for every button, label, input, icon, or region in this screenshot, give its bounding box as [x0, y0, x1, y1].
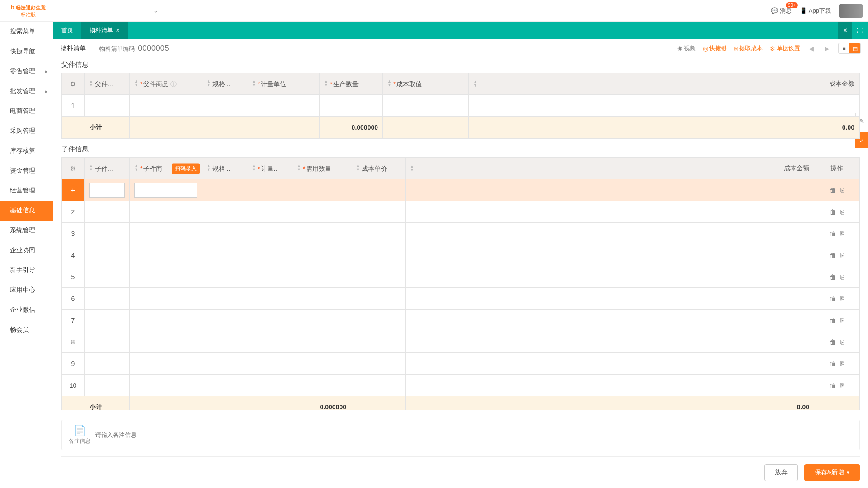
child-row-2[interactable]: 2🗑⎘	[62, 201, 859, 223]
col-parent-product[interactable]: ▲▼*父件商品 ⓘ	[130, 73, 202, 95]
copy-row-icon[interactable]: ⎘	[840, 360, 844, 367]
app-download-button[interactable]: 📱App下载	[800, 7, 831, 15]
view-toggle: ≡ ▤	[838, 43, 861, 54]
remark-input[interactable]	[91, 428, 853, 442]
tab-bom[interactable]: 物料清单✕	[81, 22, 128, 39]
delete-row-icon[interactable]: 🗑	[830, 273, 836, 281]
bom-code: 物料清单编码 0000005	[99, 44, 170, 53]
parent-subtotal: 小计 0.000000 0.00	[62, 117, 859, 138]
copy-row-icon[interactable]: ⎘	[840, 273, 844, 281]
close-icon[interactable]: ✕	[116, 28, 120, 33]
delete-row-icon[interactable]: 🗑	[830, 338, 836, 346]
child-row-10[interactable]: 10🗑⎘	[62, 375, 859, 396]
col-parent-qty[interactable]: ▲▼*生产数量	[320, 73, 383, 95]
copy-row-icon[interactable]: ⎘	[840, 317, 844, 324]
col-parent-costamt[interactable]: ▲▼成本金额	[469, 73, 859, 95]
parent-row-1[interactable]: 1	[62, 95, 859, 117]
col-child-code[interactable]: ▲▼子件...	[85, 158, 130, 179]
shortcut-link[interactable]: ◎ 快捷键	[703, 44, 727, 52]
copy-row-icon[interactable]: ⎘	[840, 230, 844, 237]
scan-input-tag[interactable]: 扫码录入	[172, 163, 200, 174]
col-child-amt[interactable]: ▲▼成本金额	[406, 158, 814, 179]
messages-button[interactable]: 💬消息	[771, 7, 792, 15]
bill-settings-link[interactable]: ⚙ 单据设置	[770, 44, 800, 52]
sidebar-item-6[interactable]: 库存核算	[0, 141, 53, 161]
delete-row-icon[interactable]: 🗑	[830, 295, 836, 302]
sidebar-item-15[interactable]: 畅会员	[0, 320, 53, 340]
child-code-input[interactable]	[89, 183, 125, 198]
sidebar-item-4[interactable]: 电商管理	[0, 101, 53, 121]
main-area: 物料清单 物料清单编码 0000005 ◉ 视频 ◎ 快捷键 ⎘ 提取成本 ⚙ …	[53, 39, 868, 488]
child-row-8[interactable]: 8🗑⎘	[62, 331, 859, 353]
copy-row-icon[interactable]: ⎘	[840, 382, 844, 389]
delete-row-icon[interactable]: 🗑	[830, 208, 836, 216]
copy-row-icon[interactable]: ⎘	[840, 187, 844, 194]
delete-row-icon[interactable]: 🗑	[830, 317, 836, 324]
phone-icon: 📱	[800, 7, 807, 14]
child-row-6[interactable]: 6🗑⎘	[62, 288, 859, 310]
sidebar-item-0[interactable]: 搜索菜单	[0, 22, 53, 42]
view-list-icon[interactable]: ≡	[839, 43, 849, 53]
child-product-input[interactable]	[134, 183, 197, 198]
next-page[interactable]: ▶	[823, 45, 831, 52]
col-child-qty[interactable]: ▲▼*需用数量	[292, 158, 351, 179]
col-parent-unit[interactable]: ▲▼*计量单位	[247, 73, 320, 95]
subtab-bom[interactable]: 物料清单	[61, 44, 86, 52]
remark-icon: 📄 备注信息	[68, 425, 91, 445]
fullscreen-icon[interactable]: ⛶	[853, 22, 866, 39]
close-all-tabs[interactable]: ✕	[838, 22, 852, 39]
sidebar-item-7[interactable]: 资金管理	[0, 161, 53, 181]
discard-button[interactable]: 放弃	[764, 464, 798, 481]
sidebar-item-9[interactable]: 基础信息	[0, 201, 53, 221]
delete-row-icon[interactable]: 🗑	[830, 252, 836, 259]
child-row-4[interactable]: 4🗑⎘	[62, 244, 859, 266]
child-row-3[interactable]: 3🗑⎘	[62, 223, 859, 244]
col-parent-costsrc[interactable]: ▲▼*成本取值	[383, 73, 469, 95]
copy-row-icon[interactable]: ⎘	[840, 338, 844, 346]
remark-bar: 📄 备注信息	[61, 420, 860, 450]
sidebar-item-5[interactable]: 采购管理	[0, 121, 53, 141]
workspace-selector[interactable]: ⌄	[59, 7, 158, 15]
delete-row-icon[interactable]: 🗑	[830, 187, 836, 194]
sidebar-item-11[interactable]: 企业协同	[0, 240, 53, 260]
user-avatar[interactable]	[839, 4, 863, 18]
chevron-down-icon: ▾	[847, 469, 849, 475]
tab-strip: 首页 物料清单✕ ✕ ⛶	[0, 22, 868, 39]
sidebar-item-3[interactable]: 批发管理	[0, 81, 53, 101]
col-child-product[interactable]: ▲▼*子件商扫码录入	[130, 158, 202, 179]
child-row-1[interactable]: + 🗑⎘	[62, 179, 859, 201]
delete-row-icon[interactable]: 🗑	[830, 382, 836, 389]
col-child-unit[interactable]: ▲▼*计量...	[247, 158, 292, 179]
footer-actions: 放弃 保存&新增▾	[61, 456, 860, 488]
video-link[interactable]: ◉ 视频	[677, 44, 696, 52]
tab-home[interactable]: 首页	[53, 22, 81, 39]
copy-row-icon[interactable]: ⎘	[840, 252, 844, 259]
gear-icon[interactable]: ⚙	[62, 73, 85, 95]
delete-row-icon[interactable]: 🗑	[830, 230, 836, 237]
save-and-new-button[interactable]: 保存&新增▾	[804, 464, 860, 481]
col-parent-code[interactable]: ▲▼父件...	[85, 73, 130, 95]
extract-cost-link[interactable]: ⎘ 提取成本	[734, 44, 763, 52]
delete-row-icon[interactable]: 🗑	[830, 360, 836, 367]
sidebar-item-2[interactable]: 零售管理	[0, 61, 53, 81]
view-detail-icon[interactable]: ▤	[849, 43, 860, 53]
prev-page[interactable]: ◀	[807, 45, 816, 52]
sidebar-item-12[interactable]: 新手引导	[0, 260, 53, 280]
sidebar-item-13[interactable]: 应用中心	[0, 280, 53, 300]
sidebar-item-8[interactable]: 经营管理	[0, 181, 53, 201]
child-row-7[interactable]: 7🗑⎘	[62, 310, 859, 331]
copy-row-icon[interactable]: ⎘	[840, 208, 844, 216]
gear-icon[interactable]: ⚙	[62, 158, 85, 179]
col-child-spec[interactable]: ▲▼规格...	[202, 158, 247, 179]
col-parent-spec[interactable]: ▲▼规格...	[202, 73, 247, 95]
child-row-9[interactable]: 9🗑⎘	[62, 353, 859, 375]
sidebar-item-10[interactable]: 系统管理	[0, 221, 53, 240]
top-header: b 畅捷通好生意 标准版 ⌄ 💬消息 📱App下载	[0, 0, 868, 22]
copy-row-icon[interactable]: ⎘	[840, 295, 844, 302]
add-row-icon[interactable]: +	[68, 185, 78, 195]
col-child-price[interactable]: ▲▼成本单价	[351, 158, 406, 179]
child-subtotal: 小计0.0000000.00	[62, 396, 859, 410]
sidebar-item-1[interactable]: 快捷导航	[0, 42, 53, 61]
child-row-5[interactable]: 5🗑⎘	[62, 266, 859, 288]
sidebar-item-14[interactable]: 企业微信	[0, 300, 53, 320]
